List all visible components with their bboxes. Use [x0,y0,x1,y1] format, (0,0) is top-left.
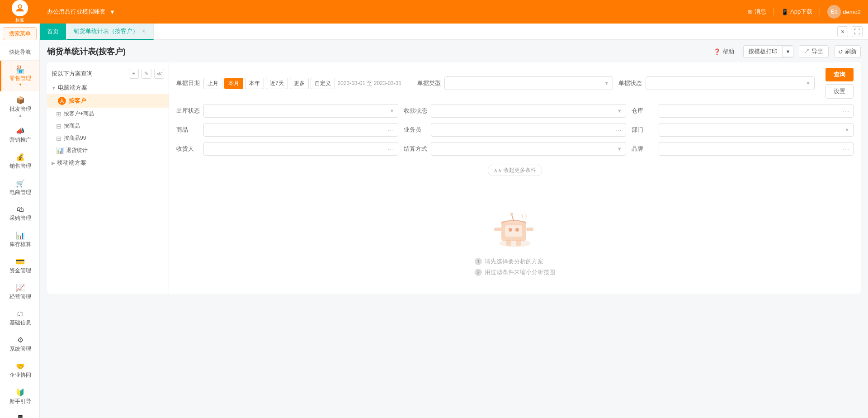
sidebar: 标账 搜索菜单 快捷导航 🏪 零售管理 ▼ 📦 批发管理 ▲ 📣 营销推广 💰 … [0,0,40,418]
scheme-item-by-customer-goods[interactable]: ⊞ 按客户+商品 [47,108,169,120]
sidebar-item-marketing[interactable]: 📣 营销推广 [0,122,39,148]
tab-home[interactable]: 首页 [40,24,66,40]
inventory-icon: 📊 [16,231,25,240]
filter-field-salesperson: 业务员 ··· [404,123,626,137]
svg-rect-9 [494,228,501,231]
scheme-group-mobile-header[interactable]: ▶ 移动端方案 [47,157,169,169]
quick-nav-button[interactable]: 快捷导航 [0,46,39,58]
refresh-icon: ↺ [838,48,843,55]
message-button[interactable]: ✉ 消息 [748,8,766,16]
sidebar-item-basic-label: 基础信息 [9,319,31,327]
query-button[interactable]: 查询 [826,68,854,81]
by-goods-icon: ⊟ [56,123,61,130]
search-menu-button[interactable]: 搜索菜单 [3,27,37,40]
scheme-item-return-stats[interactable]: 📊 退货统计 [47,144,169,157]
scheme-item-by-customer[interactable]: 人 按客户 [47,94,169,108]
doc-type-select[interactable]: ▼ [444,76,613,90]
sidebar-item-marketing-label: 营销推广 [9,136,31,144]
brand-select[interactable]: ··· [659,142,854,156]
help-button[interactable]: ❓ 帮助 [710,46,738,57]
date-this-month-button[interactable]: 本月 [224,78,243,89]
tab-maximize-button[interactable]: ⛶ [852,26,863,37]
date-custom-button[interactable]: 自定义 [311,78,335,89]
sidebar-item-system[interactable]: ⚙ 系统管理 [0,331,39,357]
date-this-year-button[interactable]: 本年 [245,78,264,89]
consignee-select[interactable]: ··· [203,142,398,156]
scheme-item-by-goods99[interactable]: ⊟ 按商品99 [47,132,169,144]
print-dropdown-button[interactable]: ▼ [783,47,793,56]
sidebar-item-wholesale[interactable]: 📦 批发管理 ▲ [0,91,39,122]
refresh-label: 刷新 [845,48,857,56]
sidebar-item-ecommerce[interactable]: 🛒 电商管理 [0,175,39,201]
sidebar-item-cooperation[interactable]: 🤝 企业协同 [0,357,39,384]
dept-arrow-icon: ▼ [844,127,849,133]
filter-field-settlement: 结算方式 ▼ [404,142,626,156]
sidebar-item-retail[interactable]: 🏪 零售管理 ▼ [0,61,39,91]
desktop-group-items: 人 按客户 ⊞ 按客户+商品 ⊟ 按商品 ⊟ 按 [47,94,169,157]
tab-home-label: 首页 [47,28,59,36]
refresh-button[interactable]: ↺ 刷新 [834,45,861,58]
scheme-edit-button[interactable]: ✎ [142,69,151,79]
date-last7-button[interactable]: 近7天 [266,78,288,89]
tab-close-button[interactable]: × [141,27,146,35]
date-last-month-button[interactable]: 上月 [203,78,222,89]
salesperson-select[interactable]: ··· [431,123,626,137]
out-status-arrow-icon: ▼ [389,108,394,114]
scheme-item-by-goods[interactable]: ⊟ 按商品 [47,120,169,132]
sidebar-item-purchase[interactable]: 🛍 采购管理 [0,201,39,227]
doc-status-select[interactable]: ▼ [646,76,815,90]
out-status-select[interactable]: ▼ [203,104,398,118]
collapse-button[interactable]: ∧∧ 收起更多条件 [488,165,542,176]
sidebar-item-basic[interactable]: 🗂 基础信息 [0,305,39,331]
app-download-button[interactable]: 📱 App下载 [781,8,812,16]
user-menu-button[interactable]: Ea demo2 [827,5,861,19]
dropdown-arrow-icon[interactable]: ▼ [109,9,115,15]
sidebar-item-operations[interactable]: 📈 经营管理 [0,279,39,305]
scheme-add-button[interactable]: + [129,69,139,79]
newguide-icon: 🔰 [16,388,25,397]
date-more-button[interactable]: 更多 [290,78,309,89]
filter-field-dept: 部门 ▼ [632,123,854,137]
mobile-group-label: 移动端方案 [57,159,86,167]
sales-icon: 💰 [16,153,25,162]
sidebar-item-sales[interactable]: 💰 销售管理 [0,148,39,175]
export-button[interactable]: ↗ 导出 [799,46,828,57]
receipt-status-label: 收款状态 [404,107,427,115]
scheme-panel: 按以下方案查询 + ✎ ≪ ▼ 电脑端方案 人 [47,62,169,294]
filter-row-3: 商品 ··· 业务员 ··· 部门 [176,123,854,137]
message-icon: ✉ [748,9,753,15]
sidebar-item-newguide-label: 新手引导 [9,398,31,405]
scheme-group-desktop: ▼ 电脑端方案 人 按客户 ⊞ 按客户+商品 ⊟ [47,81,169,157]
page-title: 销货单统计表(按客户) [47,46,126,57]
empty-tip-1: 1 请先选择要分析的方案 [475,257,555,266]
scheme-header: 按以下方案查询 + ✎ ≪ [47,67,169,81]
brand-dots-icon: ··· [843,145,849,152]
settlement-select[interactable]: ▼ [431,142,626,156]
by-customer-label: 按客户 [69,97,86,105]
setting-button[interactable]: 设置 [826,84,854,99]
tip-text-1: 请先选择要分析的方案 [485,257,543,266]
sidebar-item-appcenter[interactable]: 📱 应用中心 [0,410,39,418]
purchase-icon: 🛍 [17,205,24,214]
scheme-group-desktop-header[interactable]: ▼ 电脑端方案 [47,81,169,94]
filter-row-1: 单据日期 上月 本月 本年 近7天 更多 自定义 2023-03-01 至 20… [176,68,854,99]
warehouse-select[interactable]: ··· [659,104,854,118]
scheme-collapse-button[interactable]: ≪ [154,69,164,79]
print-button[interactable]: 按模板打印 [744,46,783,57]
sidebar-item-newguide[interactable]: 🔰 新手引导 [0,384,39,410]
sidebar-logo[interactable]: 标账 [0,0,40,24]
header-left: 办公用品行业模拟账套 ▼ [47,8,115,16]
dept-select[interactable]: ▼ [659,123,854,137]
sidebar-item-operations-label: 经营管理 [9,293,31,301]
sidebar-item-inventory[interactable]: 📊 库存核算 [0,227,39,253]
tab-sales-stats[interactable]: 销货单统计表（按客户） × [66,24,154,40]
goods-select[interactable]: ··· [203,123,398,137]
page-actions: ❓ 帮助 按模板打印 ▼ ↗ 导出 ↺ 刷新 [710,45,861,58]
receipt-status-select[interactable]: ▼ [431,104,626,118]
filter-field-warehouse: 仓库 ··· [632,104,854,118]
tab-close-all-button[interactable]: × [837,26,848,37]
filter-layout: 按以下方案查询 + ✎ ≪ ▼ 电脑端方案 人 [47,62,861,294]
sidebar-item-finance[interactable]: 💳 资金管理 [0,253,39,279]
tip-num-2: 2 [475,269,482,276]
filter-field-date: 单据日期 上月 本月 本年 近7天 更多 自定义 2023-03-01 至 20… [176,78,412,89]
